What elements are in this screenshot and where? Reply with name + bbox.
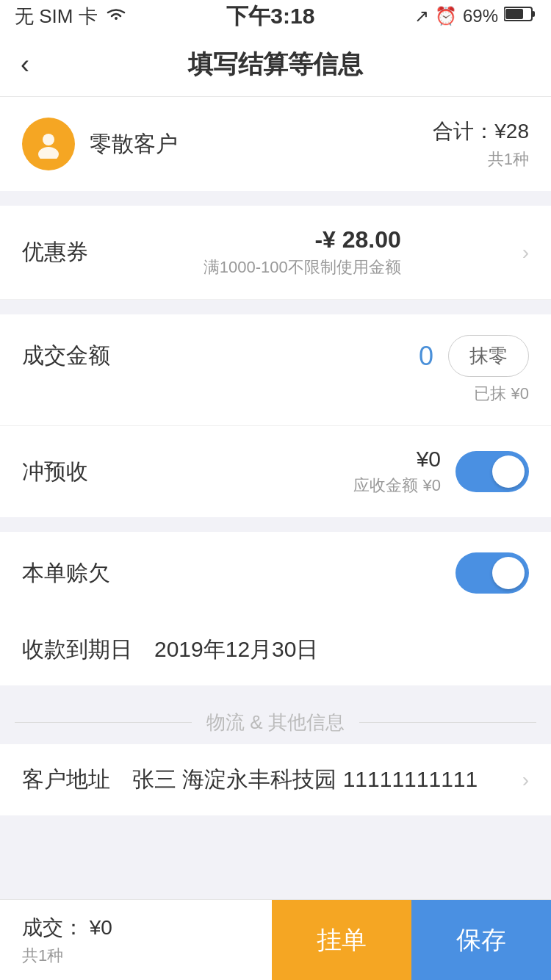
location-icon: ↗ [414,6,429,26]
logistics-label: 物流 & 其他信息 [206,710,345,735]
status-right: ↗ ⏰ 69% [414,6,536,26]
logistics-separator: 物流 & 其他信息 [0,700,551,744]
address-section: 客户地址 张三 海淀永丰科技园 11111111111 › [0,744,551,815]
customer-count: 共1种 [433,148,529,170]
prepay-right: ¥0 应收金额 ¥0 [353,447,529,497]
svg-point-4 [38,147,59,159]
customer-left: 零散客户 [22,118,178,170]
wifi-icon [105,5,127,28]
customer-name: 零散客户 [90,129,178,159]
transaction-value: 0 [419,341,433,372]
customer-right: 合计：¥28 共1种 [433,118,529,170]
coupon-chevron-icon: › [522,241,529,264]
prepay-amount: ¥0 [353,447,441,472]
transaction-sub: 已抹 ¥0 [22,383,529,405]
address-value: 张三 海淀永丰科技园 11111111111 [132,765,516,795]
address-chevron-icon: › [522,768,529,792]
debt-row: 本单赊欠 [0,532,551,614]
nav-bar: ‹ 填写结算等信息 [0,32,551,97]
debt-label: 本单赊欠 [22,558,110,588]
coupon-section: 优惠券 -¥ 28.00 满1000-100不限制使用金额 › [0,206,551,300]
due-date-label: 收款到期日 [22,635,132,665]
prepay-values: ¥0 应收金额 ¥0 [353,447,441,497]
battery-icon [504,6,536,26]
address-row[interactable]: 客户地址 张三 海淀永丰科技园 11111111111 › [0,744,551,815]
toggle-knob [492,455,525,488]
page-title: 填写结算等信息 [188,48,363,82]
back-button[interactable]: ‹ [21,49,29,80]
coupon-label: 优惠券 [22,237,88,267]
amount-right: 0 抹零 [419,335,529,377]
status-time: 下午3:18 [226,1,314,32]
save-button[interactable]: 保存 [411,900,551,981]
footer: 成交： ¥0 共1种 挂单 保存 [0,899,551,980]
debt-toggle[interactable] [455,552,529,594]
footer-info: 成交： ¥0 共1种 [0,914,272,967]
transaction-label: 成交金额 [22,341,110,371]
transaction-section: 成交金额 0 抹零 已抹 ¥0 冲预收 ¥0 应收金额 ¥0 [0,314,551,517]
prepay-sub: 应收金额 ¥0 [353,475,441,497]
content: 零散客户 合计：¥28 共1种 优惠券 -¥ 28.00 满1000-100不限… [0,97,551,980]
coupon-right: -¥ 28.00 满1000-100不限制使用金额 [204,226,401,278]
avatar [22,118,75,170]
battery-label: 69% [463,6,498,26]
status-bar: 无 SIM 卡 下午3:18 ↗ ⏰ 69% [0,0,551,32]
svg-point-3 [43,134,54,145]
debt-section: 本单赊欠 收款到期日 2019年12月30日 [0,532,551,685]
carrier-label: 无 SIM 卡 [15,4,98,29]
hang-button[interactable]: 挂单 [272,900,411,981]
coupon-row[interactable]: 优惠券 -¥ 28.00 满1000-100不限制使用金额 › [0,206,551,300]
customer-total: 合计：¥28 [433,118,529,145]
amount-row: 成交金额 0 抹零 已抹 ¥0 [0,314,551,426]
debt-toggle-knob [492,557,525,589]
svg-rect-2 [505,9,523,19]
due-date-row: 收款到期日 2019年12月30日 [0,614,551,685]
logistics-line-left [15,722,192,723]
customer-section: 零散客户 合计：¥28 共1种 [0,97,551,191]
prepay-row: 冲预收 ¥0 应收金额 ¥0 [0,426,551,517]
footer-count: 共1种 [22,945,250,967]
customer-row: 零散客户 合计：¥28 共1种 [0,97,551,191]
prepay-toggle[interactable] [455,451,529,492]
alarm-icon: ⏰ [435,6,457,26]
svg-rect-1 [532,11,535,17]
status-left: 无 SIM 卡 [15,4,127,29]
coupon-amount: -¥ 28.00 [204,226,401,253]
coupon-desc: 满1000-100不限制使用金额 [204,256,401,278]
address-label: 客户地址 [22,765,110,795]
due-date-value: 2019年12月30日 [154,635,318,665]
round-button[interactable]: 抹零 [448,335,529,377]
footer-deal: 成交： ¥0 [22,914,250,942]
logistics-line-right [359,722,536,723]
prepay-label: 冲预收 [22,457,88,487]
